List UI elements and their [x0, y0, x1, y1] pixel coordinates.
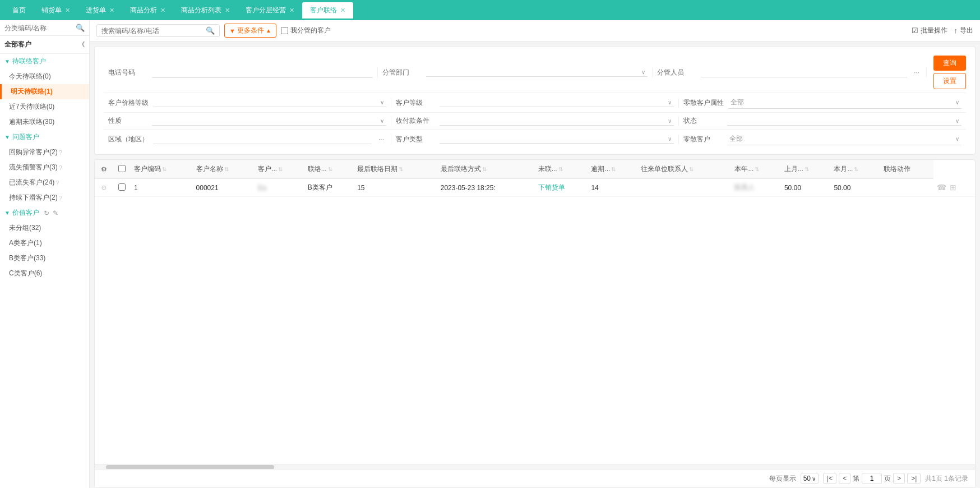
row-last-method-link[interactable]: 下销货单 [538, 183, 565, 191]
payment-select[interactable]: ∨ [440, 117, 674, 126]
nav-product-analysis[interactable]: 商品分析 ✕ [122, 2, 173, 19]
nav-close-customer-segmentation[interactable]: ✕ [289, 7, 294, 14]
filter-cell-retail-attr: 零散客户属性 全部 ∨ [679, 96, 966, 109]
sidebar-item-declining[interactable]: 持续下滑客户(2) ? [0, 190, 89, 205]
customer-level-select[interactable]: ∨ [440, 98, 674, 107]
sort-icon-current-month: ⇅ [854, 166, 858, 172]
phone-label: 电话号码 [108, 68, 147, 77]
nav-product-analysis-list[interactable]: 商品分析列表 ✕ [173, 2, 238, 19]
nav-close-product-analysis[interactable]: ✕ [160, 7, 165, 14]
nav-close-sales[interactable]: ✕ [65, 7, 70, 14]
dept-select[interactable]: ∨ [426, 68, 647, 77]
sidebar-item-churned[interactable]: 已流失客户(24) ? [0, 175, 89, 190]
nav-customer-contact[interactable]: 客户联络 ✕ [302, 2, 353, 19]
sidebar-item-churn-warning[interactable]: 流失预警客户(3) ? [0, 160, 89, 175]
sidebar-item-c-class[interactable]: C类客户(6) [0, 266, 89, 281]
row-check[interactable] [118, 183, 126, 191]
page-suffix-label: 页 [884, 474, 891, 484]
retail-attr-arrow-icon: ∨ [955, 99, 959, 105]
status-select[interactable]: ∨ [727, 117, 961, 126]
gender-select[interactable]: ∨ [152, 117, 386, 126]
th-contact-person: 往来单位联系人⇅ [637, 160, 731, 179]
filter-row-1: 电话号码 分管部门 ∨ 分管人员 ··· 查询 设置 [104, 52, 966, 93]
toolbar-right: ☑ 批量操作 ↑ 导出 [912, 26, 974, 35]
retail-attr-select[interactable]: 全部 ∨ [728, 96, 961, 109]
nav-close-product-analysis-list[interactable]: ✕ [225, 7, 230, 14]
th-contacts: 联络...⇅ [304, 160, 354, 179]
pending-arrow: ▼ [4, 58, 10, 65]
last-page-button[interactable]: >| [907, 473, 921, 484]
action-phone-icon[interactable]: ☎ [937, 183, 946, 192]
settings-button[interactable]: 设置 [933, 73, 966, 89]
sidebar-item-a-class[interactable]: A类客户(1) [0, 236, 89, 251]
sidebar-item-today[interactable]: 今天待联络(0) [0, 69, 89, 84]
value-refresh-icon[interactable]: ↻ [44, 209, 49, 217]
retail-customer-select[interactable]: 全部 ∨ [727, 133, 961, 145]
help-icon-2: ? [56, 179, 59, 186]
price-level-select[interactable]: ∨ [153, 98, 386, 107]
filter-cell-retail-customer: 零散客户 全部 ∨ [679, 133, 966, 145]
sidebar-item-7days[interactable]: 近7天待联络(0) [0, 99, 89, 114]
query-button[interactable]: 查询 [933, 56, 966, 71]
action-grid-icon[interactable]: ⊞ [950, 183, 956, 192]
price-level-label: 客户价格等级 [108, 98, 149, 108]
filter-cell-status: 状态 ∨ [679, 116, 966, 126]
export-button[interactable]: ↑ 导出 [954, 26, 974, 35]
dept-label: 分管部门 [382, 68, 422, 77]
sidebar-item-ungrouped[interactable]: 未分组(32) [0, 220, 89, 236]
sidebar-item-b-class[interactable]: B类客户(33) [0, 251, 89, 266]
help-icon-1: ? [59, 164, 62, 171]
th-settings: ⚙ [95, 160, 113, 179]
th-last-date: 最后联络日期⇅ [354, 160, 437, 179]
person-more-icon[interactable]: ··· [912, 68, 922, 76]
nav-customer-segmentation[interactable]: 客户分层经营 ✕ [238, 2, 302, 19]
row-gear: ⚙ [95, 179, 113, 197]
sidebar-item-overdue[interactable]: 逾期未联络(30) [0, 114, 89, 130]
collapse-icon: 《 [78, 40, 85, 49]
next-page-button[interactable]: > [893, 473, 905, 484]
retail-customer-arrow-icon: ∨ [955, 136, 959, 142]
all-customers-header[interactable]: 全部客户 《 [0, 36, 89, 54]
page-number-input[interactable] [862, 473, 882, 484]
th-name: 客户名称⇅ [193, 160, 255, 179]
per-page-select[interactable]: 50 ∨ [801, 473, 819, 484]
value-edit-icon[interactable]: ✎ [53, 209, 58, 217]
page-navigation: |< < 第 页 > >| [823, 473, 921, 484]
row-last-method: 下销货单 [535, 179, 588, 197]
region-more-icon[interactable]: ··· [376, 135, 386, 143]
customer-type-arrow-icon: ∨ [668, 136, 672, 142]
first-page-button[interactable]: |< [823, 473, 836, 484]
th-check-all[interactable] [118, 165, 126, 172]
row-gear-icon[interactable]: ⚙ [101, 184, 107, 192]
person-input[interactable] [701, 67, 907, 77]
my-customers-check[interactable] [281, 27, 288, 34]
row-uncontacted: 14 [588, 179, 637, 197]
per-page-arrow-icon: ∨ [812, 476, 816, 482]
filter-more-button[interactable]: ▼ 更多条件 ▲ [224, 24, 276, 38]
th-current-year: 本年...⇅ [731, 160, 781, 179]
sidebar-item-tomorrow[interactable]: 明天待联络(1) [0, 84, 89, 99]
nav-purchase[interactable]: 进货单 ✕ [78, 2, 122, 19]
toolbar-search-input[interactable] [101, 27, 206, 35]
nav-sales[interactable]: 销货单 ✕ [34, 2, 78, 19]
row-contact-person: 联系人 [731, 179, 781, 197]
nav-close-customer-contact[interactable]: ✕ [340, 7, 345, 14]
prev-page-button[interactable]: < [839, 473, 850, 484]
customer-level-arrow-icon: ∨ [668, 99, 672, 105]
sidebar-item-repurchase-anomaly[interactable]: 回购异常客户(2) ? [0, 145, 89, 160]
toolbar: 🔍 ▼ 更多条件 ▲ 我分管的客户 ☑ 批量操作 ↑ 导出 [90, 20, 980, 42]
batch-operation-button[interactable]: ☑ 批量操作 [912, 26, 947, 35]
region-input[interactable] [153, 134, 372, 144]
filter-cell-payment: 收付款条件 ∨ [391, 116, 679, 126]
content-area: 🔍 ▼ 更多条件 ▲ 我分管的客户 ☑ 批量操作 ↑ 导出 [90, 20, 980, 488]
filter-cell-dept: 分管部门 ∨ [378, 68, 652, 77]
customer-type-select[interactable]: ∨ [440, 135, 674, 144]
sidebar-search-container: 🔍 [0, 20, 89, 36]
my-customers-checkbox[interactable]: 我分管的客户 [281, 26, 331, 35]
phone-input[interactable] [152, 67, 373, 78]
nav-home[interactable]: 首页 [4, 2, 34, 19]
horizontal-scrollbar[interactable] [95, 464, 975, 469]
top-nav: 首页 销货单 ✕ 进货单 ✕ 商品分析 ✕ 商品分析列表 ✕ 客户分层经营 ✕ … [0, 0, 980, 20]
sidebar-search-input[interactable] [4, 24, 73, 32]
nav-close-purchase[interactable]: ✕ [109, 7, 114, 14]
